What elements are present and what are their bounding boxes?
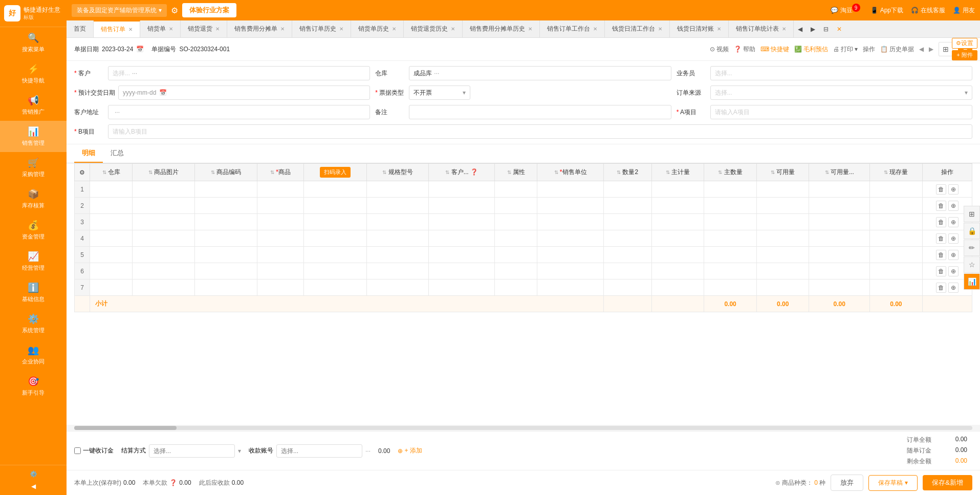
view-action[interactable]: ⊙ 视频 (710, 45, 729, 54)
tab-close-daily-workbench[interactable]: ✕ (658, 26, 662, 32)
tab-summary[interactable]: 汇总 (103, 144, 132, 163)
online-service-item[interactable]: 🎧 在线客服 (911, 6, 945, 15)
col-unit[interactable]: ⇅ *销售单位 (537, 164, 603, 181)
sidebar-item-marketing[interactable]: 📢 营销推广 (0, 90, 67, 121)
scan-button[interactable]: 扫码录入 (320, 167, 351, 178)
one-click-pay-checkbox[interactable] (74, 447, 81, 454)
tab-return-history[interactable]: 销货退货历史 ✕ (404, 20, 463, 38)
tab-fee-split[interactable]: 销售费用分摊单 ✕ (227, 20, 292, 38)
save-new-button[interactable]: 保存&新增 (923, 475, 972, 490)
tab-close-fee-split[interactable]: ✕ (280, 26, 285, 32)
col-spec[interactable]: ⇅ 规格型号 (366, 164, 429, 181)
col-image[interactable]: ⇅ 商品图片 (133, 164, 195, 181)
row-copy-6[interactable]: ⊕ (948, 266, 959, 276)
remark-input[interactable] (409, 105, 671, 119)
save-draft-arrow[interactable]: ▾ (905, 479, 908, 486)
profit-action[interactable]: 💹 毛利预估 (794, 45, 828, 54)
sidebar-item-management[interactable]: 📈 经营管理 (0, 246, 67, 277)
col-customer-code[interactable]: ⇅ 客户... ❓ (429, 164, 495, 181)
history-action[interactable]: 📋 历史单据 (880, 45, 914, 54)
sidebar-item-sales[interactable]: 📊 销售管理 (0, 121, 67, 152)
tab-close-sales-slip[interactable]: ✕ (169, 26, 173, 32)
col-scan[interactable]: 扫码录入 (303, 164, 366, 181)
tab-close-order-stats[interactable]: ✕ (782, 26, 786, 32)
sidebar-item-guide[interactable]: 🎯 新手引导 (0, 371, 67, 402)
row-delete-2[interactable]: 🗑 (936, 201, 946, 211)
col-code[interactable]: ⇅ 商品编码 (195, 164, 257, 181)
notification-item[interactable]: 💬 淘豆 9 (831, 6, 863, 15)
a-project-input[interactable]: 请输入A项目 (710, 105, 972, 119)
sidebar-settings[interactable]: ⚙️ (30, 470, 37, 478)
tab-close-order-workbench[interactable]: ✕ (593, 26, 597, 32)
topbar-gear-icon[interactable]: ⚙ (171, 6, 178, 15)
sidebar-item-enterprise[interactable]: 👥 企业协同 (0, 339, 67, 371)
nav-next-icon[interactable]: ▶ (929, 46, 933, 53)
col-current[interactable]: ⇅ 现存量 (870, 164, 923, 181)
col-settings[interactable]: ⚙ (75, 164, 90, 181)
row-copy-5[interactable]: ⊕ (948, 250, 959, 260)
customer-input[interactable]: 选择... ··· (108, 66, 370, 80)
attachment-btn[interactable]: + 附件 (952, 50, 977, 61)
payment-method-arrow[interactable]: ▾ (238, 447, 241, 455)
col-available[interactable]: ⇅ 可用量 (756, 164, 809, 181)
tab-slip-history[interactable]: 销货单历史 ✕ (351, 20, 404, 38)
sidebar-item-basic-info[interactable]: ℹ️ 基础信息 (0, 277, 67, 308)
tab-prev[interactable]: ◀ (794, 20, 807, 38)
row-copy-3[interactable]: ⊕ (948, 217, 959, 227)
invoice-type-select[interactable]: 不开票 ▾ (409, 85, 470, 100)
delivery-date-input[interactable]: yyyy-mm-dd 📅 (118, 85, 370, 100)
row-copy-4[interactable]: ⊕ (948, 233, 959, 244)
tab-close-return[interactable]: ✕ (215, 26, 220, 32)
grid-view-btn[interactable]: ⊞ (939, 42, 953, 56)
tab-next[interactable]: ▶ (807, 20, 819, 38)
row-copy-1[interactable]: ⊕ (948, 184, 959, 195)
float-edit-btn[interactable]: ✏ (964, 240, 980, 256)
col-main-unit[interactable]: ⇅ 主计量 (651, 164, 704, 181)
salesperson-input[interactable]: 选择... (710, 66, 972, 80)
row-delete-5[interactable]: 🗑 (936, 250, 946, 260)
sidebar-item-nav[interactable]: ⚡ 快捷导航 (0, 58, 67, 90)
tab-close-return-history[interactable]: ✕ (451, 26, 455, 32)
tab-return[interactable]: 销货退货 ✕ (181, 20, 227, 38)
order-source-select[interactable]: 选择... ▾ (710, 85, 972, 100)
row-copy-2[interactable]: ⊕ (948, 201, 959, 211)
scrollbar-thumb[interactable] (74, 426, 177, 430)
float-lock-btn[interactable]: 🔒 (964, 223, 980, 239)
float-chart-btn[interactable]: 📊 (964, 273, 980, 290)
customer-address-input[interactable]: ··· (108, 105, 370, 119)
col-available2[interactable]: ⇅ 可用量... (809, 164, 870, 181)
tab-close-all[interactable]: ✕ (833, 20, 846, 38)
float-expand-btn[interactable]: ⊞ (964, 206, 980, 222)
col-goods[interactable]: ⇅ *商品 (257, 164, 303, 181)
operation-action[interactable]: 操作 (863, 45, 875, 54)
row-delete-1[interactable]: 🗑 (936, 184, 946, 195)
app-download-item[interactable]: 📱 App下载 (870, 6, 903, 15)
sidebar-collapse[interactable]: ◀ (31, 483, 36, 490)
tab-close-daily-reconcile[interactable]: ✕ (717, 26, 721, 32)
save-draft-button[interactable]: 保存草稿 ▾ (868, 475, 918, 491)
tab-home[interactable]: 首页 (67, 20, 94, 38)
sidebar-item-purchase[interactable]: 🛒 采购管理 (0, 152, 67, 183)
col-qty2[interactable]: ⇅ 数量2 (603, 164, 651, 181)
tab-order-history[interactable]: 销售订单历史 ✕ (292, 20, 351, 38)
help-action[interactable]: ❓ 帮助 (734, 45, 755, 54)
row-delete-7[interactable]: 🗑 (936, 283, 946, 293)
account-input[interactable] (276, 444, 362, 458)
payment-method-input[interactable] (149, 444, 235, 458)
sidebar-item-finance[interactable]: 💰 资金管理 (0, 214, 67, 246)
tab-daily-workbench[interactable]: 钱货日清工作台 ✕ (605, 20, 670, 38)
tab-order-workbench[interactable]: 销售订单工作台 ✕ (540, 20, 605, 38)
tab-fee-history[interactable]: 销售费用分摊单历史 ✕ (463, 20, 540, 38)
tab-expand[interactable]: ⊟ (819, 20, 833, 38)
settings-btn[interactable]: ⚙ 设置 (952, 38, 977, 49)
tab-sales-order[interactable]: 销售订单 ✕ (94, 20, 140, 38)
col-main-qty[interactable]: ⇅ 主数量 (704, 164, 757, 181)
float-star-btn[interactable]: ☆ (964, 256, 980, 273)
nav-prev-icon[interactable]: ◀ (919, 46, 924, 53)
system-title[interactable]: 装备及固定资产辅助管理系统 ▾ (72, 4, 167, 17)
col-attribute[interactable]: ⇅ 属性 (494, 164, 537, 181)
solution-button[interactable]: 体验行业方案 (182, 3, 236, 17)
sidebar-item-search[interactable]: 🔍 搜索菜单 (0, 27, 67, 58)
add-payment-btn[interactable]: ⊕ + 添加 (398, 446, 422, 455)
col-warehouse[interactable]: ⇅ 仓库 (90, 164, 133, 181)
